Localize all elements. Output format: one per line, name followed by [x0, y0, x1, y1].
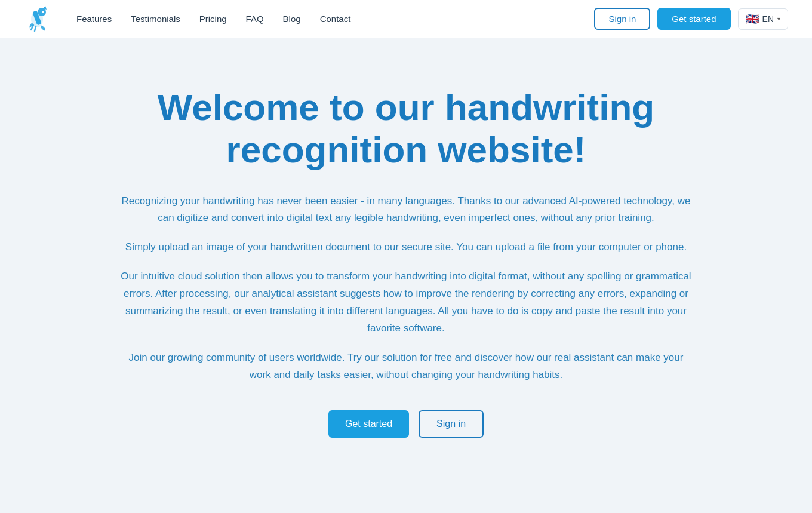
nav-item-features[interactable]: Features [76, 14, 112, 24]
nav-item-testimonials[interactable]: Testimonials [131, 14, 180, 24]
hero-paragraph-2: Simply upload an image of your handwritt… [125, 239, 687, 256]
nav-links: Features Testimonials Pricing FAQ Blog C… [76, 14, 350, 24]
nav-item-pricing[interactable]: Pricing [199, 14, 227, 24]
nav-signin-button[interactable]: Sign in [594, 8, 650, 30]
nav-link-pricing[interactable]: Pricing [199, 14, 227, 24]
hero-paragraph-4: Join our growing community of users worl… [119, 349, 693, 384]
svg-point-5 [42, 11, 44, 13]
logo-icon [24, 5, 53, 33]
nav-item-faq[interactable]: FAQ [246, 14, 264, 24]
hero-title: Welcome to our handwriting recognition w… [137, 86, 675, 171]
nav-getstarted-button[interactable]: Get started [657, 8, 730, 30]
nav-link-testimonials[interactable]: Testimonials [131, 14, 180, 24]
nav-link-contact[interactable]: Contact [320, 14, 351, 24]
hero-paragraph-3: Our intuitive cloud solution then allows… [119, 268, 693, 337]
hero-paragraph-1: Recognizing your handwriting has never b… [119, 193, 693, 228]
chevron-down-icon: ▾ [777, 16, 780, 22]
nav-item-blog[interactable]: Blog [283, 14, 301, 24]
nav-item-contact[interactable]: Contact [320, 14, 351, 24]
nav-link-blog[interactable]: Blog [283, 14, 301, 24]
hero-cta-buttons: Get started Sign in [328, 410, 484, 438]
nav-link-features[interactable]: Features [76, 14, 112, 24]
language-selector[interactable]: 🇬🇧 EN ▾ [738, 8, 788, 30]
logo[interactable] [24, 5, 53, 33]
svg-point-3 [38, 8, 46, 16]
hero-section: Welcome to our handwriting recognition w… [0, 38, 812, 474]
navbar: Features Testimonials Pricing FAQ Blog C… [0, 0, 812, 38]
hero-signin-button[interactable]: Sign in [419, 410, 484, 438]
nav-left: Features Testimonials Pricing FAQ Blog C… [24, 5, 350, 33]
svg-marker-1 [41, 25, 45, 31]
nav-link-faq[interactable]: FAQ [246, 14, 264, 24]
svg-line-7 [35, 26, 36, 31]
flag-icon: 🇬🇧 [746, 13, 759, 26]
lang-code: EN [762, 14, 774, 24]
hero-getstarted-button[interactable]: Get started [328, 410, 409, 438]
nav-right: Sign in Get started 🇬🇧 EN ▾ [594, 8, 788, 30]
